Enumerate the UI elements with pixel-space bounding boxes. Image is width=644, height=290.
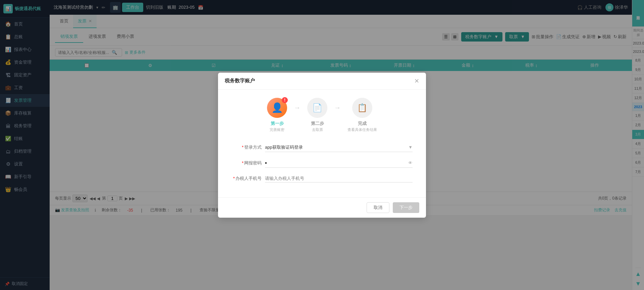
step1-label: 第一步 <box>271 121 284 127</box>
password-input-wrap[interactable]: 👁 <box>265 159 413 168</box>
modal-title: 税务数字账户 <box>225 78 255 84</box>
phone-control <box>265 174 413 183</box>
phone-row: 办税人手机号 <box>231 174 413 183</box>
tax-digital-modal: 税务数字账户 ✕ 👤 ! 第一步 完善账密 → <box>218 73 426 218</box>
login-method-value: app获取验证码登录 <box>265 144 303 150</box>
next-button[interactable]: 下一步 <box>393 202 419 213</box>
modal-close-btn[interactable]: ✕ <box>414 77 419 85</box>
login-method-select[interactable]: app获取验证码登录 ▼ <box>265 143 413 152</box>
step3-icon: 📋 <box>357 103 367 113</box>
select-dropdown-icon: ▼ <box>408 145 413 150</box>
login-method-control[interactable]: app获取验证码登录 ▼ <box>265 143 413 152</box>
login-method-label: 登录方式 <box>231 144 265 150</box>
step2-icon: 📄 <box>312 103 322 113</box>
step3-icon-wrap: 📋 <box>352 98 372 118</box>
password-label: 网报密码 <box>231 160 265 166</box>
eye-icon[interactable]: 👁 <box>408 160 413 165</box>
step2-icon-wrap: 📄 <box>307 98 327 118</box>
step1-icon-wrap: 👤 ! <box>267 98 287 118</box>
step1-icon: 👤 <box>271 102 283 113</box>
cancel-button[interactable]: 取消 <box>367 202 389 213</box>
step-arrow-2: → <box>327 98 347 112</box>
step-2: 📄 第二步 去取票 <box>307 98 327 132</box>
steps: 👤 ! 第一步 完善账密 → 📄 第二步 去取票 <box>231 98 413 132</box>
modal-overlay: 税务数字账户 ✕ 👤 ! 第一步 完善账密 → <box>0 0 644 290</box>
step2-label: 第二步 <box>311 121 324 127</box>
step-3: 📋 完成 查看具体任务结果 <box>347 98 377 132</box>
step-arrow-1: → <box>287 98 307 112</box>
password-row: 网报密码 👁 <box>231 159 413 168</box>
modal-body: 👤 ! 第一步 完善账密 → 📄 第二步 去取票 <box>218 90 426 197</box>
step3-sublabel: 查看具体任务结果 <box>347 127 377 132</box>
modal-footer: 取消 下一步 <box>218 197 426 218</box>
password-input[interactable] <box>265 160 408 166</box>
step1-badge: ! <box>282 97 288 103</box>
step3-label: 完成 <box>358 121 367 127</box>
modal-header: 税务数字账户 ✕ <box>218 73 426 90</box>
phone-input[interactable] <box>265 176 413 181</box>
step-1: 👤 ! 第一步 完善账密 <box>267 98 287 132</box>
login-method-row: 登录方式 app获取验证码登录 ▼ <box>231 143 413 152</box>
phone-input-wrap[interactable] <box>265 174 413 183</box>
step1-sublabel: 完善账密 <box>270 127 284 132</box>
phone-label: 办税人手机号 <box>231 175 265 182</box>
step2-sublabel: 去取票 <box>312 127 323 132</box>
password-control: 👁 <box>265 159 413 168</box>
